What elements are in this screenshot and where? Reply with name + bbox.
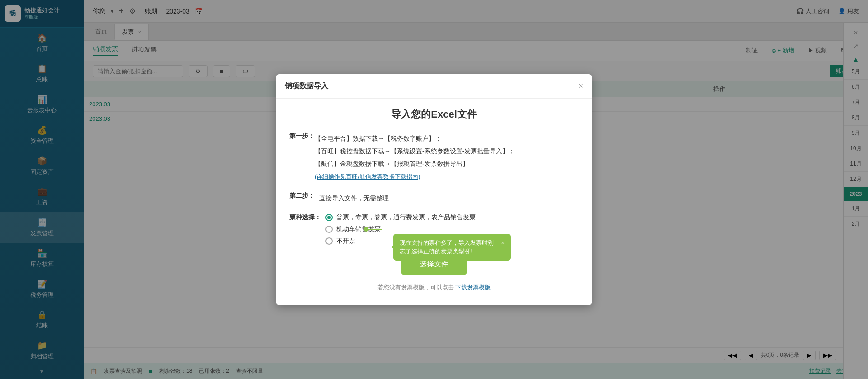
modal-header: 销项数据导入 × [276,74,592,99]
step1-guide-link[interactable]: (详细操作见百旺/航信发票数据下载指南) [315,173,420,180]
modal-overlay: 销项数据导入 × 导入您的Excel文件 第一步： 【全电平台】数据下载→【税务… [0,0,868,379]
modal-dialog: 销项数据导入 × 导入您的Excel文件 第一步： 【全电平台】数据下载→【税务… [276,74,592,305]
modal-title: 销项数据导入 [285,81,328,91]
ticket-label: 票种选择： [289,213,321,222]
radio-item-2[interactable]: 机动车销售发票 × 现在支持的票种多了，导入发票时别忘了选择正确的发票类型呀! [326,225,476,233]
step1-label: 第一步： [289,132,315,179]
step2-section: 第二步： 直接导入文件，无需整理 [289,192,579,204]
radio-label-1: 普票，专票，卷票，通行费发票，农产品销售发票 [336,213,476,222]
step1-line-1: 【全电平台】数据下载→【税务数字账户】； [315,132,579,145]
download-template-link[interactable]: 下载发票模版 [455,284,491,291]
radio-item-1[interactable]: 普票，专票，卷票，通行费发票，农产品销售发票 [326,213,476,222]
modal-body: 导入您的Excel文件 第一步： 【全电平台】数据下载→【税务数字账户】； 【百… [276,99,592,305]
step1-line-2: 【百旺】税控盘数据下载→【系统设置-系统参数设置-发票批量导入】； [315,145,579,157]
tooltip-connector-line [366,229,382,230]
radio-circle-2 [326,226,333,233]
modal-main-title: 导入您的Excel文件 [289,108,579,121]
download-hint: 若您没有发票模版，可以点击 下载发票模版 [289,284,579,292]
step1-section: 第一步： 【全电平台】数据下载→【税务数字账户】； 【百旺】税控盘数据下载→【系… [289,132,579,183]
ticket-section: 票种选择： 普票，专票，卷票，通行费发票，农产品销售发票 机动车销售 [289,213,579,245]
modal-close-button[interactable]: × [578,81,583,91]
tooltip-close-btn[interactable]: × [501,238,505,247]
step2-content: 直接导入文件，无需整理 [315,192,389,204]
step2-label: 第二步： [289,192,315,201]
radio-dot-1 [327,216,331,219]
radio-circle-3 [326,237,333,245]
radio-circle-1 [326,214,333,221]
tooltip-bubble: × 现在支持的票种多了，导入发票时别忘了选择正确的发票类型呀! [393,234,511,261]
radio-label-3: 不开票 [336,237,355,245]
tooltip-text: 现在支持的票种多了，导入发票时别忘了选择正确的发票类型呀! [400,239,494,255]
step1-line-3: 【航信】金税盘数据下载→【报税管理-发票数据导出】； [315,157,579,170]
